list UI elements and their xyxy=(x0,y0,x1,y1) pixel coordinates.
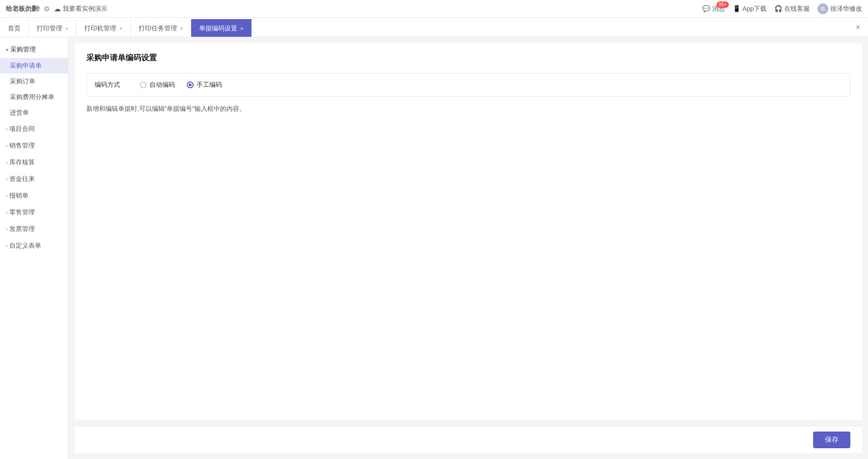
radio-manual-circle xyxy=(187,81,194,88)
footer-bar: 保存 xyxy=(74,426,862,453)
sidebar-group-invoice-mgmt[interactable]: › 发票管理 xyxy=(0,221,68,237)
tab-print-mgmt[interactable]: 打印管理 × xyxy=(29,19,76,37)
hint-text: 新增和编辑单据时,可以编辑"单据编号"输入框中的内容。 xyxy=(86,104,850,113)
tab-single-code-setting-close[interactable]: × xyxy=(240,26,243,31)
service-label: 在线客服 xyxy=(784,4,810,13)
encoding-label: 编码方式 xyxy=(95,80,124,89)
sidebar-group-purchase-mgmt[interactable]: ▾ 采购管理 xyxy=(0,41,68,58)
tab-printer-mgmt-label: 打印机管理 xyxy=(84,24,116,33)
online-service-button[interactable]: 🎧 在线客服 xyxy=(774,4,810,13)
sidebar-group-fund[interactable]: › 资金往来 xyxy=(0,171,68,187)
sidebar: ▾ 采购管理 采购申请单 采购订单 采购费用分摊单 进货单 › 项目合同 › 销… xyxy=(0,37,69,459)
sidebar-item-incoming[interactable]: 进货单 xyxy=(0,105,68,121)
app-download-button[interactable]: 📱 App下载 xyxy=(733,4,767,13)
tab-single-code-setting-label: 单据编码设置 xyxy=(199,24,237,33)
radio-auto-encoding[interactable]: 自动编码 xyxy=(140,80,175,89)
encoding-section: 编码方式 自动编码 手工编码 xyxy=(86,73,850,97)
tab-print-task-mgmt[interactable]: 打印任务管理 × xyxy=(131,19,191,37)
sidebar-item-purchase-order[interactable]: 采购订单 xyxy=(0,74,68,89)
sidebar-group-sales-return[interactable]: › 报销单 xyxy=(0,187,68,204)
sidebar-group-custom-form-label: 自定义表单 xyxy=(9,241,41,250)
arrow-right-icon-6: › xyxy=(6,210,7,215)
app-label: App下载 xyxy=(743,4,767,13)
main-content: 采购申请单编码设置 编码方式 自动编码 手工编码 xyxy=(69,37,868,459)
close-all-tabs-button[interactable]: × xyxy=(856,23,860,32)
radio-manual-encoding[interactable]: 手工编码 xyxy=(187,80,222,89)
tab-print-mgmt-close[interactable]: × xyxy=(65,26,68,31)
content-area: 采购申请单编码设置 编码方式 自动编码 手工编码 xyxy=(74,43,862,420)
page-title: 采购申请单编码设置 xyxy=(86,53,850,63)
sidebar-group-project-contract-label: 项目合同 xyxy=(9,125,35,133)
arrow-right-icon-3: › xyxy=(6,160,7,165)
top-bar-right: 💬 消息 99+ 📱 App下载 🎧 在线客服 徐 徐泽华修改 xyxy=(702,3,862,14)
message-badge: 99+ xyxy=(717,1,729,8)
sidebar-group-custom-form[interactable]: › 自定义表单 xyxy=(0,237,68,254)
tab-print-task-mgmt-close[interactable]: × xyxy=(180,26,183,31)
tab-home[interactable]: 首页 xyxy=(0,19,29,37)
sidebar-item-incoming-label: 进货单 xyxy=(10,109,29,116)
tab-printer-mgmt-close[interactable]: × xyxy=(119,26,122,31)
tab-bar: 首页 打印管理 × 打印机管理 × 打印任务管理 × 单据编码设置 × × xyxy=(0,18,868,37)
tab-print-task-mgmt-label: 打印任务管理 xyxy=(139,24,177,33)
arrow-right-icon-4: › xyxy=(6,177,7,182)
sidebar-group-sales-return-label: 报销单 xyxy=(9,191,28,200)
arrow-right-icon-2: › xyxy=(6,143,7,149)
cloud-icon: ☁ xyxy=(54,5,61,13)
arrow-right-icon-7: › xyxy=(6,227,7,232)
arrow-right-icon: › xyxy=(6,127,7,132)
mobile-icon: 📱 xyxy=(733,5,741,12)
user-menu[interactable]: 徐 徐泽华修改 xyxy=(818,3,862,14)
sidebar-group-invoice-mgmt-label: 发票管理 xyxy=(9,225,35,233)
radio-auto-circle xyxy=(140,81,147,88)
user-name: 徐泽华修改 xyxy=(830,4,862,13)
headset-icon: 🎧 xyxy=(774,5,782,12)
radio-manual-label: 手工编码 xyxy=(197,80,222,89)
brand-label: 给老板勿删! xyxy=(6,4,40,13)
tab-print-mgmt-label: 打印管理 xyxy=(37,24,62,33)
main-layout: ▾ 采购管理 采购申请单 采购订单 采购费用分摊单 进货单 › 项目合同 › 销… xyxy=(0,37,868,459)
sidebar-item-purchase-order-label: 采购订单 xyxy=(10,77,35,85)
tab-home-label: 首页 xyxy=(8,24,21,33)
message-button[interactable]: 💬 消息 99+ xyxy=(702,4,725,13)
encoding-row: 编码方式 自动编码 手工编码 xyxy=(95,80,842,89)
sidebar-group-sales-mgmt-label: 销售管理 xyxy=(9,141,35,150)
message-icon: 💬 xyxy=(702,5,710,12)
sidebar-item-purchase-expense[interactable]: 采购费用分摊单 xyxy=(0,89,68,105)
sidebar-item-purchase-requisition-label: 采购申请单 xyxy=(10,62,42,69)
demo-label: 我要看实例演示 xyxy=(63,4,107,13)
avatar: 徐 xyxy=(818,3,828,14)
tab-single-code-setting[interactable]: 单据编码设置 × xyxy=(191,19,251,37)
sidebar-group-retail-mgmt-label: 零售管理 xyxy=(9,208,35,217)
settings-icon[interactable]: ⚙ xyxy=(44,5,50,13)
sidebar-group-inventory[interactable]: › 库存核算 xyxy=(0,154,68,171)
top-bar-left: 给老板勿删! ⚙ ☁ 我要看实例演示 xyxy=(6,4,107,13)
arrow-down-icon: ▾ xyxy=(6,47,8,52)
demo-link[interactable]: ☁ 我要看实例演示 xyxy=(54,4,107,13)
top-bar: 给老板勿删! ⚙ ☁ 我要看实例演示 💬 消息 99+ 📱 App下载 🎧 在线… xyxy=(0,0,868,18)
sidebar-group-inventory-label: 库存核算 xyxy=(9,158,35,167)
radio-auto-label: 自动编码 xyxy=(149,80,175,89)
sidebar-group-sales-mgmt[interactable]: › 销售管理 xyxy=(0,137,68,154)
sidebar-group-fund-label: 资金往来 xyxy=(9,175,35,183)
sidebar-group-project-contract[interactable]: › 项目合同 xyxy=(0,121,68,137)
sidebar-group-retail-mgmt[interactable]: › 零售管理 xyxy=(0,204,68,221)
save-button[interactable]: 保存 xyxy=(813,432,850,448)
tab-printer-mgmt[interactable]: 打印机管理 × xyxy=(76,19,130,37)
sidebar-item-purchase-requisition[interactable]: 采购申请单 xyxy=(0,58,68,74)
sidebar-item-purchase-expense-label: 采购费用分摊单 xyxy=(10,93,54,101)
arrow-right-icon-5: › xyxy=(6,193,7,199)
arrow-right-icon-8: › xyxy=(6,243,7,249)
radio-group-encoding: 自动编码 手工编码 xyxy=(140,80,222,89)
sidebar-group-purchase-mgmt-label: 采购管理 xyxy=(10,45,36,54)
